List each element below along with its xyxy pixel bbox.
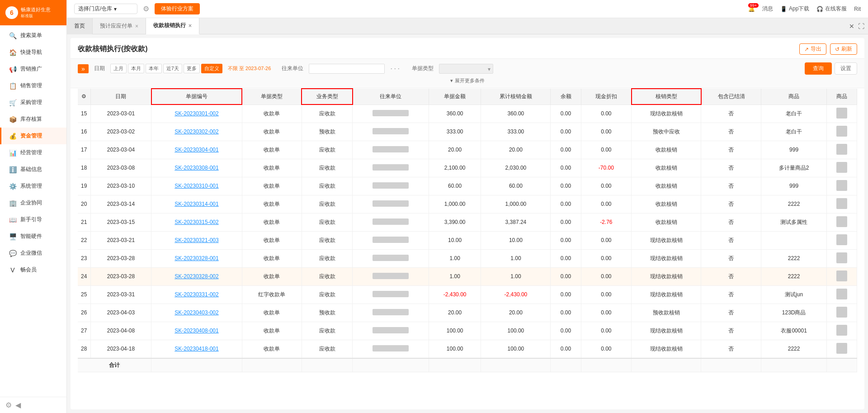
- doc-no-link[interactable]: SK-20230418-001: [175, 346, 218, 352]
- app-download[interactable]: 📱 App下载: [780, 5, 809, 13]
- cell-biz-type: 应收款: [302, 104, 352, 123]
- cell-cancel-type: 现结收款核销: [632, 322, 701, 340]
- sidebar-item-finance[interactable]: 💰资金管理: [0, 128, 66, 144]
- doc-no-link[interactable]: SK-20230314-001: [175, 201, 218, 207]
- sidebar-item-sales[interactable]: 📋销售管理: [0, 77, 66, 94]
- query-button[interactable]: 查询: [805, 62, 832, 75]
- cell-goods2: [826, 141, 857, 159]
- sidebar-item-corp[interactable]: 🏢企业协同: [0, 195, 66, 211]
- cell-goods2: [826, 231, 857, 249]
- doc-no-link[interactable]: SK-20230308-001: [175, 165, 218, 171]
- table-row: 17 2023-03-04 SK-20230304-001 收款单 应收款 20…: [78, 141, 857, 159]
- th-accum-cancel: 累计核销金额: [481, 89, 551, 104]
- sidebar-label-basic: 基础信息: [20, 166, 42, 173]
- sidebar-label-wechat: 企业微信: [20, 249, 42, 257]
- more-filters-dots[interactable]: ···: [390, 64, 401, 73]
- tab-home[interactable]: 首页: [67, 18, 93, 34]
- cell-idx: 15: [78, 104, 90, 123]
- cell-cancel-type: 收款核销: [632, 177, 701, 195]
- cell-goods: 老白干: [761, 123, 826, 141]
- notification-bell[interactable]: 🔔 99+: [748, 6, 755, 12]
- date-more[interactable]: 更多: [184, 64, 200, 73]
- doc-no-link[interactable]: SK-20230304-001: [175, 147, 218, 153]
- date-this-month[interactable]: 本月: [128, 64, 144, 73]
- cell-balance: 0.00: [551, 213, 581, 231]
- doc-no-link[interactable]: SK-20230403-002: [175, 309, 218, 316]
- sidebar-item-system[interactable]: ⚙️系统管理: [0, 178, 66, 195]
- date-last-month[interactable]: 上月: [110, 64, 127, 73]
- cell-amount: 20.00: [429, 304, 481, 322]
- footer-goods: [761, 358, 826, 372]
- doc-no-link[interactable]: SK-20230315-002: [175, 219, 218, 225]
- sidebar-item-guide[interactable]: 📖新手引导: [0, 211, 66, 228]
- cell-idx: 27: [78, 322, 90, 340]
- online-service[interactable]: 🎧 在线客服: [816, 5, 847, 13]
- sidebar-item-basic[interactable]: ℹ️基础信息: [0, 161, 66, 178]
- user-account[interactable]: Rit: [854, 6, 861, 12]
- sidebar-label-marketing: 营销推广: [20, 65, 42, 73]
- cell-cash-discount: 0.00: [581, 285, 631, 304]
- expand-more[interactable]: ▾ 展开更多条件: [78, 75, 857, 84]
- cell-accum-cancel: 1.00: [481, 267, 551, 285]
- footer-counterpart: [353, 358, 429, 372]
- doc-no-link[interactable]: SK-20230321-003: [175, 237, 218, 243]
- cell-incl-settled: 否: [701, 213, 761, 231]
- tab-payment-exec[interactable]: 收款核销执行×: [146, 18, 199, 34]
- logo-sub: 标准版: [21, 13, 51, 19]
- th-goods: 商品: [761, 89, 826, 104]
- topbar-gear-icon[interactable]: ⚙: [143, 5, 149, 13]
- setting-button[interactable]: 设置: [835, 62, 857, 75]
- th-setting[interactable]: ⚙: [78, 89, 90, 104]
- sidebar-item-inventory[interactable]: 📦库存核算: [0, 111, 66, 128]
- collapse-icon[interactable]: ◀: [15, 401, 21, 409]
- cell-goods2: [826, 177, 857, 195]
- cell-incl-settled: 否: [701, 322, 761, 340]
- cell-idx: 20: [78, 195, 90, 213]
- sidebar-item-purchase[interactable]: 🛒采购管理: [0, 94, 66, 111]
- doc-no-link[interactable]: SK-20230408-001: [175, 328, 218, 334]
- sidebar-item-marketing[interactable]: 📢营销推广: [0, 61, 66, 77]
- close-window-icon[interactable]: ✕: [849, 23, 854, 30]
- date-this-year[interactable]: 本年: [146, 64, 162, 73]
- doc-no-link[interactable]: SK-20230328-001: [175, 255, 218, 261]
- sidebar-item-wechat[interactable]: 💬企业微信: [0, 245, 66, 261]
- tab-close-pending-payment[interactable]: ×: [135, 23, 138, 29]
- cell-accum-cancel: -2,430.00: [481, 285, 551, 304]
- cell-goods: 2222: [761, 249, 826, 267]
- store-selector[interactable]: 选择门店/仓库 ▾: [74, 4, 137, 14]
- cell-counterpart: [353, 104, 429, 123]
- cell-doc-no: SK-20230328-001: [151, 249, 242, 267]
- cell-cancel-type: 收款核销: [632, 159, 701, 177]
- doc-no-link[interactable]: SK-20230310-001: [175, 183, 218, 189]
- cell-date: 2023-03-15: [90, 213, 151, 231]
- sidebar-item-member[interactable]: V畅会员: [0, 261, 66, 278]
- doc-no-link[interactable]: SK-20230301-002: [175, 110, 218, 117]
- date-7days[interactable]: 近7天: [163, 64, 182, 73]
- doc-no-link[interactable]: SK-20230328-002: [175, 273, 218, 280]
- cell-date: 2023-04-18: [90, 340, 151, 358]
- doc-no-link[interactable]: SK-20230302-002: [175, 128, 218, 135]
- footer-discount: [581, 358, 631, 372]
- sidebar-item-operation[interactable]: 📊经营管理: [0, 144, 66, 161]
- cell-date: 2023-03-28: [90, 267, 151, 285]
- notification-label[interactable]: 消息: [762, 5, 773, 13]
- tab-pending-payment[interactable]: 预计应应付单×: [93, 18, 146, 34]
- maximize-icon[interactable]: ⛶: [858, 23, 864, 30]
- doc-no-link[interactable]: SK-20230331-002: [175, 291, 218, 298]
- counterpart-input[interactable]: [309, 64, 385, 74]
- export-button[interactable]: ↗ 导出: [799, 43, 826, 55]
- logo-text: 畅康道好生意: [21, 6, 51, 13]
- receipt-type-label: 单据类型: [412, 65, 434, 72]
- sidebar-item-hardware[interactable]: 🖥️智能硬件: [0, 228, 66, 245]
- refresh-button[interactable]: ↺ 刷新: [830, 43, 857, 55]
- tab-close-payment-exec[interactable]: ×: [189, 23, 192, 29]
- date-custom[interactable]: 自定义: [201, 64, 222, 73]
- settings-icon[interactable]: ⚙: [5, 401, 12, 409]
- table-row: 28 2023-04-18 SK-20230418-001 收款单 应收款 10…: [78, 340, 857, 358]
- receipt-type-select[interactable]: [439, 64, 493, 74]
- sidebar-item-quick-nav[interactable]: 🏠快捷导航: [0, 44, 66, 61]
- solution-button[interactable]: 体验行业方案: [155, 3, 200, 14]
- cell-incl-settled: 否: [701, 285, 761, 304]
- sidebar-item-search[interactable]: 🔍搜索菜单: [0, 27, 66, 44]
- filter-collapse-btn[interactable]: »: [78, 64, 89, 73]
